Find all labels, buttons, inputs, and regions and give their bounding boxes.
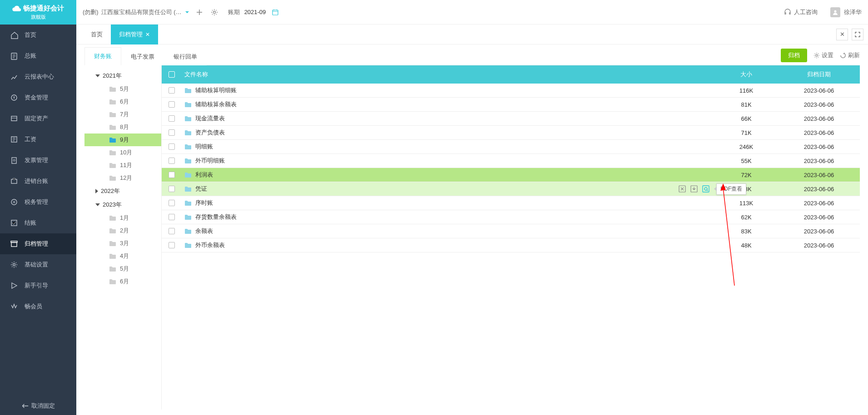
settings-button[interactable]: 设置 xyxy=(813,51,833,59)
select-all-checkbox[interactable] xyxy=(169,71,175,78)
download-excel-icon[interactable] xyxy=(678,185,686,193)
row-checkbox[interactable] xyxy=(169,228,175,234)
table-row[interactable]: 现金流量表66K2023-06-06 xyxy=(162,112,860,126)
row-checkbox[interactable] xyxy=(169,158,175,164)
tree-year[interactable]: 2023年 xyxy=(84,198,161,212)
download-pdf-icon[interactable] xyxy=(690,185,698,193)
nav-salary[interactable]: 工资 xyxy=(0,129,76,150)
file-size: 48K xyxy=(714,242,778,249)
tree-month[interactable]: 7月 xyxy=(84,108,161,121)
row-checkbox[interactable] xyxy=(169,214,175,220)
table-row[interactable]: 序时账113K2023-06-06 xyxy=(162,196,860,210)
tree-year[interactable]: 2022年 xyxy=(84,184,161,198)
month-label: 3月 xyxy=(120,239,129,247)
tree-month[interactable]: 10月 xyxy=(84,146,161,159)
tree-month[interactable]: 5月 xyxy=(84,83,161,95)
year-label: 2022年 xyxy=(101,187,120,195)
row-checkbox[interactable] xyxy=(169,115,175,122)
nav-archive[interactable]: 归档管理 xyxy=(0,233,76,254)
tree-month[interactable]: 11月 xyxy=(84,159,161,172)
tree-month[interactable]: 5月 xyxy=(84,262,161,275)
pdf-view-icon[interactable] xyxy=(702,185,710,193)
close-icon xyxy=(10,219,18,227)
refresh-button[interactable]: 刷新 xyxy=(840,51,860,59)
period-value[interactable]: 2021-09 xyxy=(244,9,266,15)
nav-report[interactable]: 云报表中心 xyxy=(0,66,76,87)
tree-month[interactable]: 1月 xyxy=(84,212,161,224)
nav-home[interactable]: 首页 xyxy=(0,25,76,45)
file-name: 明细账 xyxy=(195,143,213,151)
nav-label: 税务管理 xyxy=(25,198,48,206)
row-checkbox[interactable] xyxy=(169,101,175,108)
close-all-tabs-button[interactable]: ✕ xyxy=(836,29,848,40)
unpin-label: 取消固定 xyxy=(31,402,55,410)
calendar-icon[interactable] xyxy=(270,7,280,17)
chevron-down-icon xyxy=(184,10,190,15)
tree-year[interactable]: 2021年 xyxy=(84,69,161,83)
nav-guide[interactable]: 新手引导 xyxy=(0,275,76,296)
expand-icon xyxy=(95,203,100,206)
tree-month[interactable]: 9月 xyxy=(84,133,161,146)
row-checkbox[interactable] xyxy=(169,172,175,178)
month-label: 1月 xyxy=(120,214,129,222)
tab-close-icon[interactable]: ✕ xyxy=(145,31,150,38)
tree-month[interactable]: 8月 xyxy=(84,121,161,133)
file-name: 外币明细账 xyxy=(195,157,225,165)
table-row[interactable]: 存货数量余额表62K2023-06-06 xyxy=(162,210,860,224)
table-row[interactable]: 辅助核算余额表81K2023-06-06 xyxy=(162,98,860,112)
header-date: 归档日期 xyxy=(778,70,860,79)
subtab-银行回单[interactable]: 银行回单 xyxy=(164,47,207,65)
svg-point-5 xyxy=(13,159,15,161)
table-header: 文件名称 大小 归档日期 xyxy=(162,65,860,84)
tree-month[interactable]: 6月 xyxy=(84,275,161,288)
consult-button[interactable]: 人工咨询 xyxy=(784,8,818,16)
nav-label: 总账 xyxy=(25,52,36,60)
tree-month[interactable]: 2月 xyxy=(84,224,161,237)
nav-invoice[interactable]: 发票管理 xyxy=(0,150,76,171)
table-row[interactable]: 外币余额表48K2023-06-06 xyxy=(162,238,860,252)
table-row[interactable]: 外币明细账55K2023-06-06 xyxy=(162,154,860,168)
subtab-电子发票[interactable]: 电子发票 xyxy=(121,47,164,65)
table-row[interactable]: 明细账246K2023-06-06 xyxy=(162,140,860,154)
unpin-button[interactable]: 取消固定 xyxy=(0,397,76,415)
subtab-财务账[interactable]: 财务账 xyxy=(84,47,121,65)
file-date: 2023-06-06 xyxy=(778,242,860,249)
nav-member[interactable]: 畅会员 xyxy=(0,296,76,317)
row-checkbox[interactable] xyxy=(169,143,175,150)
nav-asset[interactable]: 固定资产 xyxy=(0,108,76,129)
tab-首页[interactable]: 首页 xyxy=(83,25,111,44)
table-row[interactable]: 凭证PDF查看53K2023-06-06 xyxy=(162,182,860,196)
gear-button[interactable] xyxy=(209,7,220,18)
row-checkbox[interactable] xyxy=(169,200,175,206)
table-row[interactable]: 余额表83K2023-06-06 xyxy=(162,224,860,238)
folder-icon xyxy=(109,253,116,259)
nav-jxc[interactable]: 进销台账 xyxy=(0,171,76,192)
tree-month[interactable]: 4月 xyxy=(84,250,161,262)
nav-tax[interactable]: 税务管理 xyxy=(0,192,76,212)
tree-month[interactable]: 3月 xyxy=(84,237,161,250)
period-label: 账期 xyxy=(228,8,240,16)
table-row[interactable]: 辅助核算明细账116K2023-06-06 xyxy=(162,84,860,98)
fullscreen-button[interactable] xyxy=(852,29,863,40)
tree-month[interactable]: 6月 xyxy=(84,95,161,108)
company-selector[interactable]: (勿删) 江西服宝精品有限责任公司 (… xyxy=(83,8,190,16)
expand-icon xyxy=(95,189,98,193)
add-button[interactable] xyxy=(194,7,204,17)
row-checkbox[interactable] xyxy=(169,186,175,192)
subtabs: 财务账电子发票银行回单 归档 设置 刷新 xyxy=(84,44,860,65)
nav-close[interactable]: 结账 xyxy=(0,212,76,233)
tab-归档管理[interactable]: 归档管理✕ xyxy=(111,25,158,44)
row-checkbox[interactable] xyxy=(169,87,175,94)
month-label: 6月 xyxy=(120,98,129,106)
nav-settings[interactable]: 基础设置 xyxy=(0,254,76,275)
row-checkbox[interactable] xyxy=(169,242,175,248)
table-row[interactable]: 资产负债表71K2023-06-06 xyxy=(162,126,860,140)
archive-button[interactable]: 归档 xyxy=(781,49,807,62)
nav-ledger[interactable]: 总账 xyxy=(0,45,76,66)
row-checkbox[interactable] xyxy=(169,129,175,136)
user-menu[interactable]: 徐泽华 xyxy=(830,7,862,17)
table-row[interactable]: 利润表72K2023-06-06 xyxy=(162,168,860,182)
nav-fund[interactable]: 资金管理 xyxy=(0,87,76,108)
tree-month[interactable]: 12月 xyxy=(84,172,161,184)
file-icon xyxy=(184,214,192,220)
